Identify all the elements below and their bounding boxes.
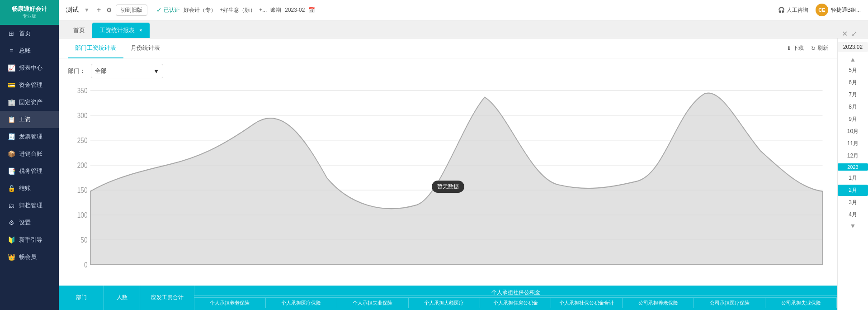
purchase-icon: 📦	[7, 150, 15, 157]
right-panel-down-button[interactable]: ▼	[849, 221, 858, 230]
sidebar-item-home[interactable]: ⊞ 首页	[0, 25, 59, 42]
select-arrow-icon: ▼	[153, 68, 159, 75]
right-panel-month-7[interactable]: 7月	[838, 89, 868, 100]
sidebar-item-finance[interactable]: 💳 资金管理	[0, 76, 59, 94]
window-close-icon[interactable]: ✕	[842, 29, 848, 38]
content-panel: 部门工资统计表 月份统计表 ⬇ 下载 ↻ 刷新	[59, 38, 837, 310]
sidebar-label-reports: 报表中心	[19, 64, 42, 72]
th-count: 人数	[104, 286, 140, 310]
check-icon: ✓	[156, 6, 162, 14]
th-dept: 部门	[59, 286, 104, 310]
salary-icon: 📋	[7, 116, 15, 123]
right-panel-month-9[interactable]: 9月	[838, 114, 868, 125]
sidebar-label-member: 畅会员	[19, 253, 37, 261]
right-panel-month-2[interactable]: 2月	[838, 185, 868, 196]
th-group-label: 个人承担社保公积金	[194, 286, 837, 296]
switch-old-button[interactable]: 切到旧版	[116, 5, 147, 16]
dropdown-arrow-icon[interactable]: ▼	[84, 7, 90, 13]
topbar-status: ✓ 已认证 好会计（专） +好生意（标） +... 账期 2023-02 📅	[156, 6, 315, 14]
avatar: CE	[816, 4, 828, 16]
invoice-icon: 🧾	[7, 133, 15, 140]
th-group-cols: 个人承担养老保险 个人承担医疗保险 个人承担失业保险 个人承担大额医疗 个人承担	[194, 296, 837, 310]
right-panel-month-3[interactable]: 3月	[838, 197, 868, 208]
user-name: 轻捷通B组...	[831, 6, 861, 14]
sidebar-label-settings: 设置	[19, 219, 31, 227]
status-good-acct: 好会计（专）	[184, 6, 216, 14]
topbar: 测试 ▼ + ⚙ 切到旧版 ✓ 已认证 好会计（专） +好生意（标） +... …	[59, 0, 868, 20]
svg-text:200: 200	[77, 161, 88, 169]
topbar-settings-icon[interactable]: ⚙	[106, 6, 112, 14]
th-total-salary: 应发工资合计	[140, 286, 194, 310]
sidebar: 畅康通好会计 专业版 ⊞ 首页 ≡ 总账 📈 报表中心 💳 资金管理 🏢 固定资…	[0, 0, 59, 310]
refresh-button[interactable]: ↻ 刷新	[811, 44, 828, 52]
table-header: 部门 人数 应发工资合计 个人承担社保公积金 个人承担养老保险	[59, 286, 837, 310]
sidebar-item-assets[interactable]: 🏢 固定资产	[0, 94, 59, 111]
calendar-icon[interactable]: 📅	[308, 7, 315, 13]
sidebar-logo-sub: 专业版	[12, 13, 47, 19]
tab-home-label: 首页	[73, 27, 85, 33]
sidebar-item-reports[interactable]: 📈 报表中心	[0, 59, 59, 76]
subtab-dept[interactable]: 部门工资统计表	[68, 38, 123, 58]
sidebar-item-tax[interactable]: 📑 税务管理	[0, 162, 59, 180]
right-panel-month-10[interactable]: 10月	[838, 126, 868, 137]
right-panel-month-4[interactable]: 4月	[838, 209, 868, 220]
right-panel-up-button[interactable]: ▲	[849, 55, 858, 64]
right-panel-year-badge: 2023	[838, 163, 868, 171]
right-panel-month-1[interactable]: 1月	[838, 172, 868, 184]
sidebar-item-purchase[interactable]: 📦 进销台账	[0, 145, 59, 162]
finance-icon: 💳	[7, 81, 15, 89]
svg-text:150: 150	[77, 186, 88, 194]
add-button[interactable]: +	[95, 5, 103, 15]
svg-text:300: 300	[77, 111, 88, 119]
download-icon: ⬇	[787, 45, 791, 52]
sidebar-item-settings[interactable]: ⚙ 设置	[0, 214, 59, 231]
sidebar-label-purchase: 进销台账	[19, 150, 42, 158]
sidebar-item-guide[interactable]: 🔰 新手引导	[0, 231, 59, 248]
dept-select[interactable]: 全部 ▼	[91, 64, 163, 78]
th-personal-unemploy: 个人承担失业保险	[337, 297, 409, 308]
settings-icon: ⚙	[7, 219, 15, 226]
right-panel-month-5[interactable]: 5月	[838, 65, 868, 76]
right-panel-month-12[interactable]: 12月	[838, 150, 868, 162]
topbar-right: 🎧 人工咨询 CE 轻捷通B组...	[778, 4, 861, 16]
guide-icon: 🔰	[7, 236, 15, 243]
status-biz: +好生意（标）	[220, 6, 255, 14]
th-personal-total: 个人承担社保公积金合计	[551, 297, 623, 308]
tabbar: 首页 工资统计报表 × ✕ ⤢	[59, 20, 868, 38]
archive-icon: 🗂	[7, 202, 15, 209]
tab-home[interactable]: 首页	[66, 23, 92, 38]
th-personal-housing: 个人承担住房公积金	[480, 297, 552, 308]
right-panel-month-8[interactable]: 8月	[838, 101, 868, 113]
svg-text:350: 350	[77, 86, 88, 95]
tab-salary-label: 工资统计报表	[99, 27, 135, 33]
right-panel-month-6[interactable]: 6月	[838, 77, 868, 88]
refresh-icon: ↻	[811, 45, 816, 52]
period-label: 账期	[270, 6, 281, 14]
sidebar-item-invoice[interactable]: 🧾 发票管理	[0, 128, 59, 145]
sidebar-item-close[interactable]: 🔒 结账	[0, 180, 59, 197]
chart-area: 350 300 250 200 150 100 50 0 暂无数据	[59, 84, 837, 286]
svg-text:50: 50	[80, 236, 87, 244]
filter-bar: 部门： 全部 ▼	[59, 58, 837, 84]
help-button[interactable]: 🎧 人工咨询	[778, 6, 808, 14]
topbar-title: 测试	[66, 6, 79, 14]
subtabs-right: ⬇ 下载 ↻ 刷新	[787, 44, 828, 52]
user-menu[interactable]: CE 轻捷通B组...	[816, 4, 861, 16]
sidebar-label-close: 结账	[19, 184, 31, 192]
sidebar-item-ledger[interactable]: ≡ 总账	[0, 42, 59, 59]
dept-filter-label: 部门：	[68, 67, 85, 75]
tab-close-icon[interactable]: ×	[139, 27, 142, 33]
subtab-month[interactable]: 月份统计表	[123, 38, 167, 58]
svg-text:250: 250	[77, 136, 88, 144]
th-company-pension: 公司承担养老保险	[623, 297, 694, 308]
sidebar-logo: 畅康通好会计 专业版	[0, 0, 59, 25]
tab-salary-report[interactable]: 工资统计报表 ×	[92, 23, 150, 38]
sidebar-item-salary[interactable]: 📋 工资	[0, 111, 59, 128]
window-maximize-icon[interactable]: ⤢	[851, 29, 857, 38]
sidebar-item-archive[interactable]: 🗂 归档管理	[0, 197, 59, 214]
download-button[interactable]: ⬇ 下载	[787, 44, 804, 52]
dept-select-value: 全部	[95, 67, 107, 75]
right-panel-date: 2023.02	[838, 42, 868, 52]
sidebar-item-member[interactable]: 👑 畅会员	[0, 248, 59, 266]
right-panel-month-11[interactable]: 11月	[838, 138, 868, 149]
